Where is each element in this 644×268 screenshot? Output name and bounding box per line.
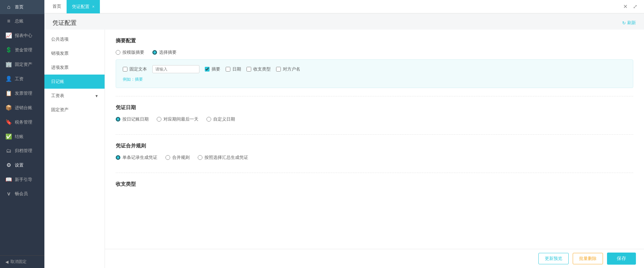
voucher-date-title: 凭证日期 [116, 104, 633, 111]
tab-actions: ✕ ⤢ [622, 2, 641, 11]
update-preview-button[interactable]: 更新预览 [538, 253, 569, 264]
radio-merge[interactable]: 合并规则 [165, 154, 190, 161]
checkbox-payment-type[interactable]: 收支类型 [247, 66, 271, 72]
sidebar-item-tax[interactable]: 🔖 税务管理 [0, 115, 44, 129]
content-area: 公共选项 销项发票 进项发票 日记账 工资表 ▾ 固定资产 [44, 30, 644, 268]
right-content: 摘要配置 按模版摘要 选择摘要 [105, 30, 644, 249]
sidebar-item-vip[interactable]: V 畅会员 [0, 187, 44, 201]
sidebar-item-assets[interactable]: 🏢 固定资产 [0, 57, 44, 72]
checkbox-counterparty-input[interactable] [276, 67, 281, 72]
sidebar-item-ledger[interactable]: ≡ 总账 [0, 14, 44, 28]
tab-voucher-config[interactable]: 凭证配置 × [67, 0, 100, 13]
expand-window-button[interactable]: ⤢ [632, 2, 639, 11]
sidebar-item-purchase[interactable]: 📦 进销台账 [0, 100, 44, 115]
page-title: 凭证配置 [52, 19, 77, 27]
vip-icon: V [5, 191, 12, 196]
close-window-button[interactable]: ✕ [622, 2, 629, 11]
nav-item-purchase-invoice[interactable]: 进项发票 [44, 60, 105, 75]
radio-single[interactable]: 单条记录生成凭证 [116, 154, 157, 161]
settle-icon: ✅ [5, 133, 12, 140]
close-tab-icon[interactable]: × [92, 4, 94, 9]
sidebar-item-reports[interactable]: 📈 报表中心 [0, 28, 44, 43]
reports-icon: 📈 [5, 32, 12, 39]
nav-item-journal[interactable]: 日记账 [44, 75, 105, 89]
ledger-icon: ≡ [5, 18, 12, 24]
left-nav: 公共选项 销项发票 进项发票 日记账 工资表 ▾ 固定资产 [44, 30, 105, 268]
sidebar-item-salary[interactable]: 👤 工资 [0, 72, 44, 86]
bottom-toolbar: 更新预览 批量删除 保存 [105, 249, 644, 268]
sidebar-unpin[interactable]: ◀ 取消固定 [0, 255, 44, 268]
main-area: 首页 凭证配置 × ✕ ⤢ 凭证配置 ↻ 刷新 公共选项 销项发票 进 [44, 0, 644, 268]
radio-custom-date[interactable]: 自定义日期 [206, 116, 235, 122]
merge-rules-title: 凭证合并规则 [116, 143, 633, 149]
sidebar-item-home[interactable]: ⌂ 首页 [0, 0, 44, 14]
salary-icon: 👤 [5, 76, 12, 82]
assets-icon: 🏢 [5, 61, 12, 68]
radio-select-merge[interactable]: 按照选择汇总生成凭证 [198, 154, 248, 161]
radio-custom-date-input[interactable] [206, 117, 211, 122]
chevron-down-icon: ▾ [96, 93, 98, 98]
radio-select[interactable]: 选择摘要 [152, 49, 177, 55]
sidebar-item-archive[interactable]: 🗂 归档管理 [0, 144, 44, 158]
save-button[interactable]: 保存 [607, 253, 636, 265]
tab-bar: 首页 凭证配置 × ✕ ⤢ [44, 0, 644, 13]
checkbox-counterparty[interactable]: 对方户名 [276, 66, 300, 72]
radio-merge-input[interactable] [165, 155, 170, 160]
nav-item-fixed-assets[interactable]: 固定资产 [44, 103, 105, 117]
archive-icon: 🗂 [5, 148, 12, 154]
radio-select-input[interactable] [152, 50, 157, 55]
fixed-text-input[interactable] [152, 65, 199, 73]
funds-icon: 💲 [5, 47, 12, 53]
merge-rules-radio-group: 单条记录生成凭证 合并规则 按照选择汇总生成凭证 [116, 154, 633, 161]
voucher-date-radio-group: 按日记账日期 对应期间最后一天 自定义日期 [116, 116, 633, 122]
tax-icon: 🔖 [5, 119, 12, 125]
radio-last-period-input[interactable] [157, 117, 161, 122]
purchase-icon: 📦 [5, 104, 12, 111]
nav-item-public[interactable]: 公共选项 [44, 32, 105, 46]
summary-checkboxes-row: 固定文本 摘要 日期 [123, 65, 626, 73]
radio-template[interactable]: 按模版摘要 [116, 49, 144, 55]
batch-delete-button[interactable]: 批量删除 [573, 253, 603, 264]
example-text: 例如：摘要 [123, 77, 626, 82]
summary-radio-group: 按模版摘要 选择摘要 [116, 49, 633, 55]
page-header: 凭证配置 ↻ 刷新 [44, 13, 644, 30]
section-merge-rules: 凭证合并规则 单条记录生成凭证 合并规则 按照选择汇总生成凭证 [116, 143, 633, 173]
refresh-icon: ↻ [622, 20, 626, 26]
section-payment-type: 收支类型 [116, 181, 633, 201]
sidebar-item-settle[interactable]: ✅ 结账 [0, 129, 44, 144]
summary-box: 固定文本 摘要 日期 [116, 59, 633, 88]
section-voucher-date: 凭证日期 按日记账日期 对应期间最后一天 自定义日期 [116, 104, 633, 135]
checkbox-summary-input[interactable] [205, 67, 210, 72]
summary-config-title: 摘要配置 [116, 38, 633, 44]
checkbox-summary[interactable]: 摘要 [205, 66, 220, 72]
checkbox-date[interactable]: 日期 [226, 66, 241, 72]
refresh-button[interactable]: ↻ 刷新 [622, 20, 636, 26]
checkbox-date-input[interactable] [226, 67, 230, 72]
home-icon: ⌂ [5, 4, 12, 10]
sidebar-item-settings[interactable]: ⚙ 设置 [0, 158, 44, 172]
checkbox-payment-type-input[interactable] [247, 67, 251, 72]
checkbox-fixed-text[interactable]: 固定文本 [123, 66, 147, 72]
checkbox-fixed-text-input[interactable] [123, 67, 127, 72]
radio-by-journal-input[interactable] [116, 117, 120, 122]
settings-icon: ⚙ [5, 162, 12, 168]
payment-type-title: 收支类型 [116, 181, 633, 187]
radio-select-merge-input[interactable] [198, 155, 202, 160]
nav-item-payroll[interactable]: 工资表 ▾ [44, 89, 105, 103]
invoice-icon: 📋 [5, 90, 12, 96]
radio-single-input[interactable] [116, 155, 120, 160]
pin-icon: ◀ [5, 260, 8, 264]
radio-template-input[interactable] [116, 50, 120, 55]
guide-icon: 📖 [5, 176, 12, 183]
sidebar-item-invoice[interactable]: 📋 发票管理 [0, 86, 44, 100]
nav-item-sales-invoice[interactable]: 销项发票 [44, 46, 105, 60]
sidebar-item-guide[interactable]: 📖 新手引导 [0, 172, 44, 187]
section-summary-config: 摘要配置 按模版摘要 选择摘要 [116, 38, 633, 96]
sidebar: ⌂ 首页 ≡ 总账 📈 报表中心 💲 资金管理 🏢 固定资产 👤 工资 📋 发票… [0, 0, 44, 268]
radio-last-period[interactable]: 对应期间最后一天 [157, 116, 198, 122]
sidebar-item-funds[interactable]: 💲 资金管理 [0, 43, 44, 57]
radio-by-journal[interactable]: 按日记账日期 [116, 116, 149, 122]
tab-home[interactable]: 首页 [47, 0, 67, 13]
